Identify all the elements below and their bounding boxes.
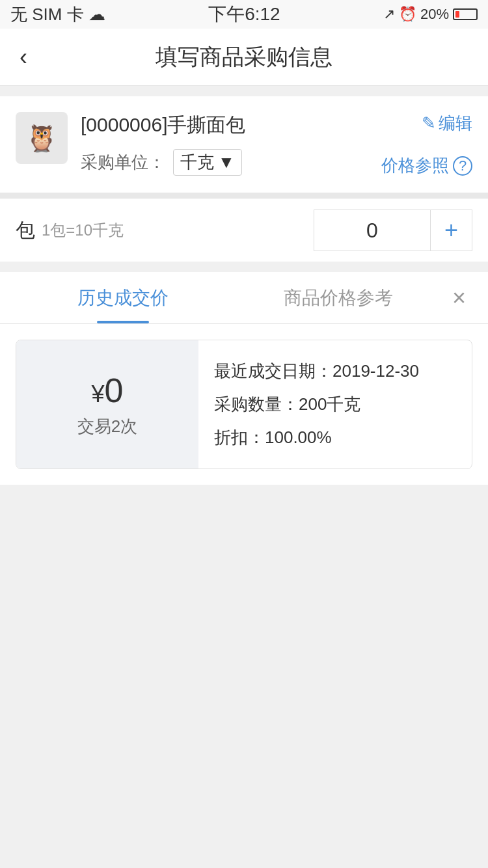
- unit-value: 千克: [180, 151, 214, 174]
- trade-count: 交易2次: [77, 415, 137, 438]
- product-name: [0000006]手撕面包: [81, 112, 245, 139]
- quantity-plus-button[interactable]: +: [431, 210, 472, 251]
- product-info: [0000006]手撕面包 采购单位： 千克 ▼: [81, 112, 245, 176]
- tab-bar: 历史成交价 商品价格参考 ×: [0, 272, 488, 324]
- edit-label: 编辑: [439, 112, 472, 135]
- product-owl-icon: 🦉: [25, 123, 58, 154]
- price-value: 0: [105, 372, 124, 409]
- recent-date-row: 最近成交日期：2019-12-30: [214, 360, 456, 383]
- recent-date-label: 最近成交日期：: [214, 361, 332, 381]
- history-price-content: ¥0 交易2次 最近成交日期：2019-12-30 采购数量：200千克 折扣：…: [0, 324, 488, 485]
- price-card-right: 最近成交日期：2019-12-30 采购数量：200千克 折扣：100.00%: [198, 340, 472, 468]
- back-button[interactable]: ‹: [13, 37, 34, 77]
- tab-product-price-ref[interactable]: 商品价格参考: [230, 272, 445, 323]
- status-left: 无 SIM 卡 ☁: [10, 3, 105, 26]
- unit-label: 采购单位：: [81, 151, 165, 174]
- price-ref-label: 价格参照: [381, 154, 449, 177]
- product-card: 🦉 [0000006]手撕面包 采购单位： 千克 ▼ ✎ 编辑 价格参照: [0, 96, 488, 193]
- unit-selector[interactable]: 千克 ▼: [173, 149, 242, 176]
- currency-symbol: ¥: [92, 381, 105, 407]
- tab-close-button[interactable]: ×: [446, 284, 472, 312]
- quantity-section: 包 1包=10千克 +: [0, 199, 488, 262]
- price-ref-link[interactable]: 价格参照 ?: [381, 154, 472, 177]
- tab-history-price[interactable]: 历史成交价: [16, 272, 230, 323]
- discount-value: 100.00%: [265, 427, 332, 447]
- location-icon: ↗: [383, 6, 395, 23]
- quantity-input[interactable]: [314, 210, 431, 251]
- battery-icon: [453, 8, 478, 20]
- edit-icon: ✎: [422, 113, 436, 133]
- purchase-qty-value: 200千克: [299, 394, 360, 414]
- purchase-qty-row: 采购数量：200千克: [214, 393, 456, 416]
- price-card: ¥0 交易2次 最近成交日期：2019-12-30 采购数量：200千克 折扣：…: [16, 340, 472, 469]
- alarm-icon: ⏰: [399, 6, 416, 23]
- battery-percent: 20%: [420, 6, 449, 23]
- discount-label: 折扣：: [214, 427, 265, 447]
- help-icon: ?: [453, 156, 472, 176]
- tab-section: 历史成交价 商品价格参考 × ¥0 交易2次 最近成交日期：2019-12-30…: [0, 272, 488, 485]
- sim-text: 无 SIM 卡 ☁: [10, 3, 105, 26]
- page-title: 填写商品采购信息: [156, 42, 332, 72]
- edit-button[interactable]: ✎ 编辑: [422, 112, 472, 135]
- status-right: ↗ ⏰ 20%: [383, 6, 478, 23]
- status-time: 下午6:12: [208, 2, 280, 27]
- purchase-qty-label: 采购数量：: [214, 394, 299, 414]
- discount-row: 折扣：100.00%: [214, 426, 456, 449]
- unit-badge: 包: [16, 217, 35, 244]
- price-amount: ¥0: [92, 371, 124, 410]
- nav-bar: ‹ 填写商品采购信息: [0, 29, 488, 86]
- product-thumbnail: 🦉: [16, 112, 68, 164]
- dropdown-icon: ▼: [218, 152, 235, 172]
- price-card-left: ¥0 交易2次: [16, 340, 198, 468]
- recent-date-value: 2019-12-30: [332, 361, 419, 381]
- status-bar: 无 SIM 卡 ☁ 下午6:12 ↗ ⏰ 20%: [0, 0, 488, 29]
- unit-desc: 1包=10千克: [42, 220, 124, 241]
- purchase-unit-row: 采购单位： 千克 ▼: [81, 149, 245, 176]
- divider: [0, 193, 488, 198]
